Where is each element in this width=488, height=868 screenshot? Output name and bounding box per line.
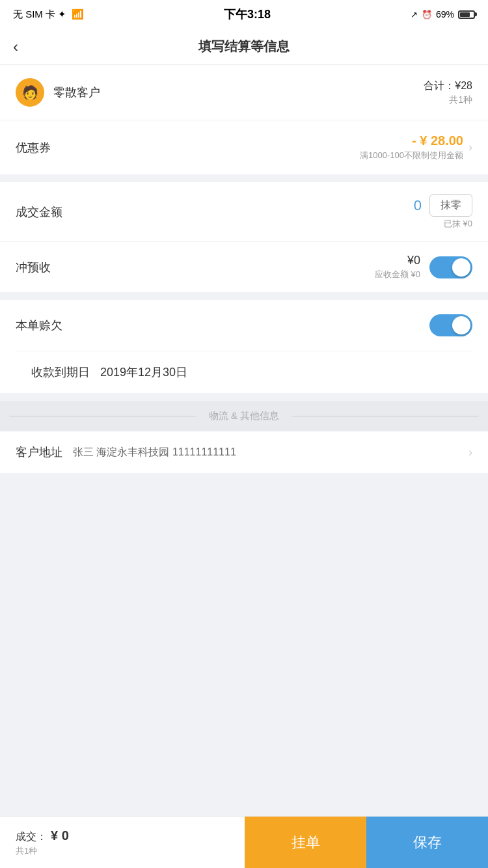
customer-total-amount: 合计：¥28 xyxy=(424,79,472,93)
credit-label: 本单赊欠 xyxy=(16,318,62,333)
page-title: 填写结算等信息 xyxy=(198,38,290,55)
transaction-label: 成交金额 xyxy=(16,204,62,220)
bottom-deal: 成交： ¥ 0 xyxy=(16,828,229,844)
customer-row: 🧑 零散客户 合计：¥28 共1种 xyxy=(0,65,488,120)
status-time: 下午3:18 xyxy=(224,7,271,22)
coupon-label: 优惠券 xyxy=(16,140,51,156)
nav-bar: ‹ 填写结算等信息 xyxy=(0,29,488,65)
transaction-controls: 0 抹零 xyxy=(414,194,472,217)
credit-toggle[interactable] xyxy=(429,314,472,336)
back-button[interactable]: ‹ xyxy=(13,38,18,56)
status-right: ↗ ⏰ 69% xyxy=(411,9,475,20)
bottom-info: 成交： ¥ 0 共1种 xyxy=(0,828,245,857)
transaction-right: 0 抹零 已抹 ¥0 xyxy=(414,194,472,230)
wifi-icon: 📶 xyxy=(72,8,84,20)
toggle-knob xyxy=(452,258,470,277)
battery-text: 69% xyxy=(436,9,454,20)
bottom-count: 共1种 xyxy=(16,845,229,857)
customer-name: 零散客户 xyxy=(53,85,100,100)
status-left: 无 SIM 卡 ✦ 📶 xyxy=(13,8,84,21)
already-rounded: 已抹 ¥0 xyxy=(414,218,472,230)
logistics-section: 物流 & 其他信息 xyxy=(0,401,488,431)
coupon-details: - ¥ 28.00 满1000-100不限制使用金额 xyxy=(360,133,463,161)
coupon-chevron-icon: › xyxy=(468,141,472,154)
logistics-divider-left xyxy=(9,416,196,416)
bottom-bar: 成交： ¥ 0 共1种 挂单 保存 xyxy=(0,816,488,868)
battery-icon xyxy=(458,10,475,19)
address-label: 客户地址 xyxy=(16,444,62,460)
advance-receivable: 应收金额 ¥0 xyxy=(375,269,420,280)
customer-totals: 合计：¥28 共1种 xyxy=(424,79,472,106)
deal-amount: ¥ 0 xyxy=(51,828,69,843)
avatar-icon: 🧑 xyxy=(22,85,38,100)
due-date-value: 2019年12月30日 xyxy=(100,364,187,380)
address-row[interactable]: 客户地址 张三 海淀永丰科技园 11111111111 › xyxy=(0,431,488,473)
coupon-desc: 满1000-100不限制使用金额 xyxy=(360,150,463,161)
sim-label: 无 SIM 卡 ✦ xyxy=(13,8,66,21)
advance-amount: ¥0 xyxy=(375,254,420,267)
transaction-section: 成交金额 0 抹零 已抹 ¥0 冲预收 ¥0 应收金额 ¥0 xyxy=(0,182,488,292)
alarm-icon: ⏰ xyxy=(422,10,432,20)
coupon-amount: - ¥ 28.00 xyxy=(360,133,463,148)
logistics-label: 物流 & 其他信息 xyxy=(196,410,292,422)
credit-section: 本单赊欠 收款到期日 2019年12月30日 xyxy=(0,300,488,393)
due-date-label: 收款到期日 xyxy=(31,364,90,380)
advance-label: 冲预收 xyxy=(16,260,51,275)
avatar: 🧑 xyxy=(16,78,44,107)
coupon-right: - ¥ 28.00 满1000-100不限制使用金额 › xyxy=(360,133,472,161)
deal-label: 成交： xyxy=(16,830,47,844)
hang-button[interactable]: 挂单 xyxy=(245,817,366,869)
round-button[interactable]: 抹零 xyxy=(429,194,472,217)
address-value: 张三 海淀永丰科技园 11111111111 xyxy=(73,446,236,459)
transaction-amount-row: 成交金额 0 抹零 已抹 ¥0 xyxy=(0,182,488,242)
advance-toggle[interactable] xyxy=(429,256,472,278)
location-icon: ↗ xyxy=(411,10,418,20)
coupon-row[interactable]: 优惠券 - ¥ 28.00 满1000-100不限制使用金额 › xyxy=(0,120,488,174)
due-date-row: 收款到期日 2019年12月30日 xyxy=(16,351,472,393)
advance-right: ¥0 应收金额 ¥0 xyxy=(375,254,472,280)
customer-section: 🧑 零散客户 合计：¥28 共1种 优惠券 - ¥ 28.00 满1000-10… xyxy=(0,65,488,174)
advance-amount-info: ¥0 应收金额 ¥0 xyxy=(375,254,420,280)
address-chevron-icon: › xyxy=(468,446,472,459)
status-bar: 无 SIM 卡 ✦ 📶 下午3:18 ↗ ⏰ 69% xyxy=(0,0,488,29)
transaction-amount: 0 xyxy=(414,197,422,214)
credit-toggle-knob xyxy=(452,316,470,334)
credit-row: 本单赊欠 xyxy=(16,300,472,351)
advance-row: 冲预收 ¥0 应收金额 ¥0 xyxy=(0,242,488,292)
logistics-divider-right xyxy=(292,416,479,416)
save-button[interactable]: 保存 xyxy=(366,817,488,869)
customer-count: 共1种 xyxy=(424,94,472,106)
address-info: 客户地址 张三 海淀永丰科技园 11111111111 xyxy=(16,444,236,460)
customer-info: 🧑 零散客户 xyxy=(16,78,100,107)
address-section: 客户地址 张三 海淀永丰科技园 11111111111 › xyxy=(0,431,488,473)
